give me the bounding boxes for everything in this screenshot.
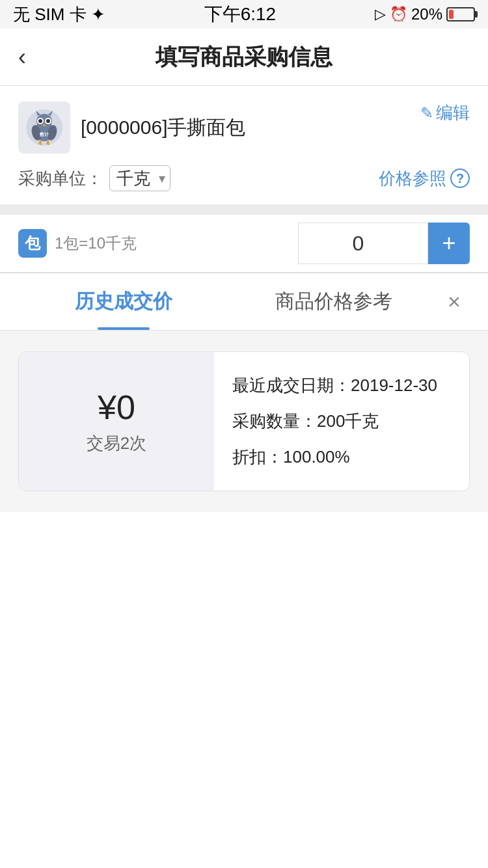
- qty-sub-label: 1包=10千克: [55, 233, 137, 254]
- svg-point-7: [38, 119, 42, 123]
- qty-plus-button[interactable]: +: [428, 223, 470, 264]
- product-logo: 数计: [25, 108, 64, 147]
- tab-history-label: 历史成交价: [75, 288, 172, 315]
- qty-detail-value: 200千克: [317, 411, 379, 431]
- tab-history-price[interactable]: 历史成交价: [18, 273, 228, 330]
- unit-row: 采购单位： 千克 包 箱 ▾: [18, 165, 170, 191]
- tab-active-indicator: [98, 327, 150, 330]
- quantity-input[interactable]: [298, 223, 428, 264]
- status-time: 下午6:12: [204, 2, 277, 27]
- history-section: ¥0 交易2次 最近成交日期：2019-12-30 采购数量：200千克 折扣：…: [0, 331, 488, 512]
- alarm-icon: ⏰: [390, 6, 407, 23]
- help-icon: ?: [450, 169, 470, 188]
- unit-select[interactable]: 千克 包 箱: [109, 165, 170, 191]
- back-button[interactable]: ‹: [18, 44, 26, 71]
- price-card-right: 最近成交日期：2019-12-30 采购数量：200千克 折扣：100.00%: [214, 352, 469, 491]
- date-value: 2019-12-30: [351, 375, 437, 395]
- tab-price-ref-label: 商品价格参考: [275, 288, 392, 315]
- detail-qty-row: 采购数量：200千克: [232, 409, 451, 434]
- qty-detail-label: 采购数量：: [232, 411, 317, 431]
- qty-unit-box: 包: [18, 229, 47, 258]
- unit-label: 采购单位：: [18, 167, 103, 190]
- product-card: 数计 [0000006]手撕面包 ✎ 编辑 采购单位： 千克 包 箱 ▾ 价格参…: [0, 86, 488, 204]
- qty-label-wrap: 包 1包=10千克: [18, 229, 137, 258]
- tab-product-price-ref[interactable]: 商品价格参考: [228, 273, 439, 330]
- svg-text:数计: 数计: [39, 131, 49, 137]
- status-right: ▷ ⏰ 20%: [375, 5, 475, 23]
- close-tab-button[interactable]: ×: [439, 286, 470, 318]
- bottom-space: [0, 512, 488, 868]
- product-header: 数计 [0000006]手撕面包 ✎ 编辑: [18, 102, 470, 154]
- discount-value: 100.00%: [283, 447, 350, 467]
- quantity-row: 包 1包=10千克 +: [0, 215, 488, 272]
- sim-indicator: 无 SIM 卡 ✦: [13, 3, 105, 26]
- battery-pct: 20%: [411, 5, 442, 23]
- discount-label: 折扣：: [232, 447, 283, 467]
- detail-discount-row: 折扣：100.00%: [232, 444, 451, 470]
- price-card: ¥0 交易2次 最近成交日期：2019-12-30 采购数量：200千克 折扣：…: [18, 351, 470, 491]
- date-label: 最近成交日期：: [232, 375, 351, 395]
- product-name: [0000006]手撕面包: [81, 114, 245, 141]
- location-icon: ▷: [375, 6, 386, 23]
- page-title: 填写商品采购信息: [156, 42, 332, 72]
- product-meta: 采购单位： 千克 包 箱 ▾ 价格参照 ?: [18, 165, 470, 191]
- unit-select-wrap[interactable]: 千克 包 箱 ▾: [109, 165, 170, 191]
- battery-icon: [446, 7, 475, 21]
- detail-date-row: 最近成交日期：2019-12-30: [232, 373, 451, 398]
- edit-label: 编辑: [436, 102, 470, 124]
- qty-input-group: +: [298, 223, 470, 264]
- price-amount: ¥0: [98, 388, 135, 427]
- tabs-bar: 历史成交价 商品价格参考 ×: [0, 273, 488, 331]
- price-ref-button[interactable]: 价格参照 ?: [379, 167, 470, 190]
- svg-line-13: [40, 141, 41, 145]
- nav-bar: ‹ 填写商品采购信息: [0, 29, 488, 86]
- product-left: 数计 [0000006]手撕面包: [18, 102, 245, 154]
- section-separator: [0, 204, 488, 215]
- svg-line-15: [48, 141, 49, 145]
- price-times: 交易2次: [87, 432, 146, 455]
- product-thumbnail: 数计: [18, 102, 70, 154]
- edit-button[interactable]: ✎ 编辑: [420, 102, 470, 124]
- svg-point-8: [46, 119, 50, 123]
- edit-icon: ✎: [420, 104, 433, 122]
- price-card-left: ¥0 交易2次: [19, 352, 214, 491]
- status-left: 无 SIM 卡 ✦: [13, 3, 105, 26]
- status-bar: 无 SIM 卡 ✦ 下午6:12 ▷ ⏰ 20%: [0, 0, 488, 29]
- price-ref-label: 价格参照: [379, 167, 446, 190]
